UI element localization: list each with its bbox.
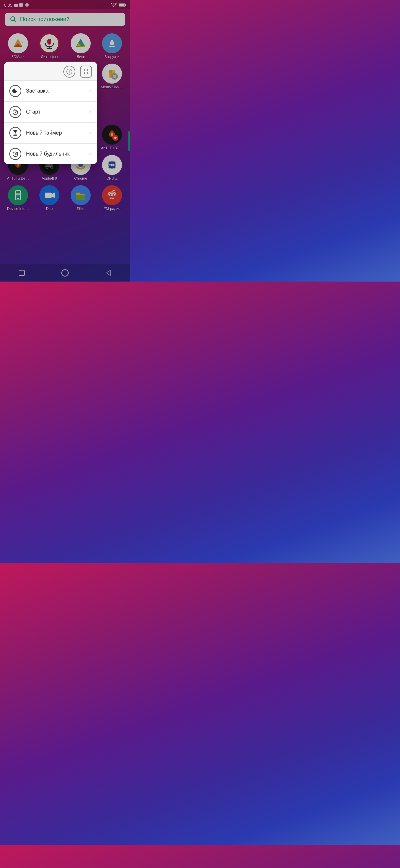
popup-drag-start: ≡ bbox=[89, 109, 92, 115]
popup-drag-new-alarm: ≡ bbox=[89, 151, 92, 157]
svg-rect-123 bbox=[84, 72, 85, 74]
popup-item-start[interactable]: Старт ≡ bbox=[4, 101, 97, 122]
popup-label-screensaver: Заставка bbox=[26, 88, 84, 94]
svg-text:i: i bbox=[69, 70, 70, 74]
svg-rect-131 bbox=[13, 130, 17, 131]
hourglass-icon bbox=[9, 127, 21, 139]
popup-item-screensaver[interactable]: Заставка ≡ bbox=[4, 80, 97, 101]
stopwatch-icon bbox=[9, 106, 21, 118]
popup-grid-icon[interactable] bbox=[80, 66, 92, 78]
moon-icon bbox=[9, 85, 21, 97]
svg-line-128 bbox=[16, 110, 16, 110]
popup-label-start: Старт bbox=[26, 109, 84, 115]
popup-drag-new-timer: ≡ bbox=[89, 130, 92, 135]
popup-item-new-alarm[interactable]: Новый будильник ≡ bbox=[4, 143, 97, 164]
svg-rect-121 bbox=[84, 69, 85, 71]
svg-rect-132 bbox=[13, 135, 17, 135]
svg-rect-124 bbox=[87, 72, 88, 74]
svg-rect-122 bbox=[87, 69, 88, 71]
popup-label-new-timer: Новый таймер bbox=[26, 130, 84, 136]
popup-info-icon[interactable]: i bbox=[63, 66, 75, 78]
popup-header: i bbox=[4, 62, 97, 80]
popup-label-new-alarm: Новый будильник bbox=[26, 151, 84, 157]
popup-menu: i Заставка ≡ bbox=[4, 62, 97, 164]
svg-line-127 bbox=[14, 110, 16, 110]
popup-drag-screensaver: ≡ bbox=[89, 88, 92, 94]
svg-point-130 bbox=[15, 112, 16, 113]
popup-item-new-timer[interactable]: Новый таймер ≡ bbox=[4, 122, 97, 143]
alarm-icon bbox=[9, 148, 21, 160]
